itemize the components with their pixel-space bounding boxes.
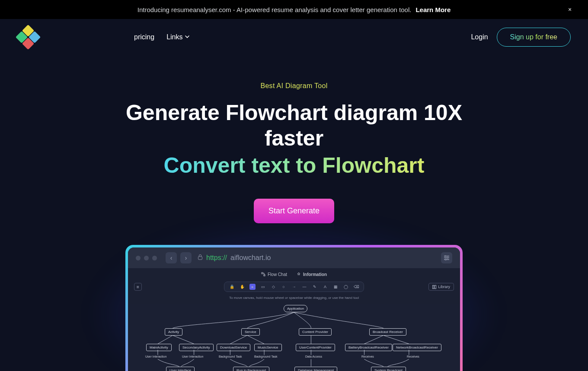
- hero-subheading: Convert text to Flowchart: [164, 153, 425, 178]
- hero: Best AI Diagram Tool Generate Flowchart …: [0, 55, 588, 371]
- diagram-node[interactable]: SecondaryActivity: [179, 344, 214, 351]
- diagram-node[interactable]: Application: [284, 305, 307, 312]
- nav-right: Login Sign up for free: [471, 28, 571, 47]
- nav-pricing[interactable]: pricing: [134, 33, 154, 41]
- signup-label: Sign up for free: [510, 33, 557, 41]
- back-icon[interactable]: ‹: [166, 252, 177, 263]
- top-nav: pricing Links Login Sign up for free: [0, 19, 588, 55]
- tool-shape-icon[interactable]: ◯: [343, 284, 349, 290]
- diagram-node[interactable]: Broadcast Receiver: [369, 328, 406, 336]
- tab-label: Information: [303, 272, 327, 277]
- tool-lock-icon[interactable]: 🔒: [229, 284, 235, 290]
- announcement-bar: Introducing resumeanalyser.com - AI-powe…: [0, 0, 588, 19]
- tool-hand-icon[interactable]: ✋: [239, 284, 245, 290]
- forward-icon[interactable]: ›: [180, 252, 192, 263]
- logo-icon[interactable]: [17, 26, 39, 48]
- app-toolbar: ≡ 🔒 ✋ ▸ ▭ ◇ ○ → — ✎ A ▦ ◯ ⌫: [128, 280, 460, 293]
- svg-rect-7: [435, 285, 436, 289]
- tool-eraser-icon[interactable]: ⌫: [353, 284, 359, 290]
- nav-links-label: Links: [166, 33, 182, 41]
- tool-pencil-icon[interactable]: ✎: [312, 284, 318, 290]
- url-bar[interactable]: https://aiflowchart.io: [198, 254, 435, 262]
- diagram-label: Background Task: [254, 355, 278, 358]
- diagram-node[interactable]: Database Management: [294, 367, 337, 371]
- diagram-node[interactable]: Run in Background: [233, 367, 269, 371]
- settings-icon[interactable]: [441, 252, 452, 263]
- window-dot: [144, 256, 149, 260]
- nav-links-dropdown[interactable]: Links: [166, 33, 189, 41]
- svg-point-3: [445, 259, 447, 260]
- browser-chrome: ‹ › https://aiflowchart.io: [128, 247, 460, 268]
- diagram-label: User Interaction: [145, 355, 166, 358]
- url-protocol: https://: [206, 254, 227, 262]
- tool-arrow-icon[interactable]: →: [291, 284, 297, 290]
- start-generate-button[interactable]: Start Generate: [254, 199, 334, 223]
- diagram-node[interactable]: Content Provider: [299, 328, 332, 336]
- tool-pointer-icon[interactable]: ▸: [249, 284, 256, 290]
- diagram-node[interactable]: MainActivity: [146, 344, 172, 351]
- window-dot: [136, 256, 141, 260]
- learn-more-link[interactable]: Learn More: [415, 6, 451, 13]
- library-button[interactable]: Library: [428, 283, 454, 291]
- svg-rect-4: [262, 273, 263, 274]
- hero-heading-line2: faster: [265, 126, 323, 150]
- chevron-down-icon: [185, 33, 190, 41]
- nav-links: pricing Links: [134, 33, 190, 41]
- svg-point-1: [445, 256, 446, 257]
- url-host: aiflowchart.io: [230, 254, 271, 262]
- tab-label: Flow Chat: [268, 272, 287, 277]
- tab-information[interactable]: Information: [297, 272, 327, 277]
- canvas-hint: To move canvas, hold mouse wheel or spac…: [128, 293, 460, 304]
- tab-flow-chat[interactable]: Flow Chat: [261, 272, 287, 277]
- window-dot: [152, 256, 157, 260]
- svg-rect-0: [198, 257, 202, 260]
- diagram-node[interactable]: BatteryBroadcastReceiver: [345, 344, 392, 351]
- hero-heading: Generate Flowchart diagram 10X faster: [0, 100, 588, 151]
- svg-rect-6: [433, 285, 434, 289]
- tool-diamond-icon[interactable]: ◇: [270, 284, 276, 290]
- diagram-node[interactable]: MusicService: [254, 344, 282, 351]
- svg-point-2: [447, 257, 448, 259]
- tool-circle-icon[interactable]: ○: [281, 284, 287, 290]
- diagram-label: Data Access: [305, 355, 322, 358]
- diagram-node[interactable]: Activity: [165, 328, 182, 336]
- preview-frame: ‹ › https://aiflowchart.io: [125, 245, 463, 371]
- diagram-edges: [128, 304, 460, 371]
- tool-text-icon[interactable]: A: [322, 284, 328, 290]
- lock-icon: [198, 254, 203, 262]
- diagram-canvas[interactable]: Application Activity Service Content Pro…: [128, 304, 460, 371]
- diagram-node[interactable]: System Broadcast: [371, 367, 406, 371]
- tool-image-icon[interactable]: ▦: [332, 284, 339, 290]
- menu-icon[interactable]: ≡: [134, 283, 142, 291]
- diagram-label: Receives: [407, 355, 419, 358]
- diagram-node[interactable]: User Interface: [166, 367, 195, 371]
- diagram-label: Receives: [361, 355, 374, 358]
- diagram-node[interactable]: DownloadService: [217, 344, 250, 351]
- signup-button[interactable]: Sign up for free: [497, 28, 571, 47]
- diagram-node[interactable]: UserContentProvider: [296, 344, 335, 351]
- diagram-node[interactable]: NetworkBroadcastReceiver: [393, 344, 441, 351]
- login-link[interactable]: Login: [471, 33, 488, 41]
- announcement-text: Introducing resumeanalyser.com - AI-powe…: [137, 6, 412, 13]
- diagram-label: Background Task: [219, 355, 242, 358]
- app-tabs: Flow Chat Information: [128, 268, 460, 280]
- window-dots: [136, 256, 157, 260]
- library-label: Library: [438, 285, 450, 289]
- tool-pill: 🔒 ✋ ▸ ▭ ◇ ○ → — ✎ A ▦ ◯ ⌫: [224, 282, 364, 292]
- tool-line-icon[interactable]: —: [301, 284, 307, 290]
- tool-rect-icon[interactable]: ▭: [260, 284, 266, 290]
- diagram-node[interactable]: Service: [241, 328, 260, 336]
- hero-heading-line1: Generate Flowchart diagram 10X: [126, 101, 462, 125]
- diagram-label: User Interaction: [182, 355, 203, 358]
- close-icon[interactable]: ×: [566, 5, 574, 14]
- hero-eyebrow: Best AI Diagram Tool: [0, 82, 588, 90]
